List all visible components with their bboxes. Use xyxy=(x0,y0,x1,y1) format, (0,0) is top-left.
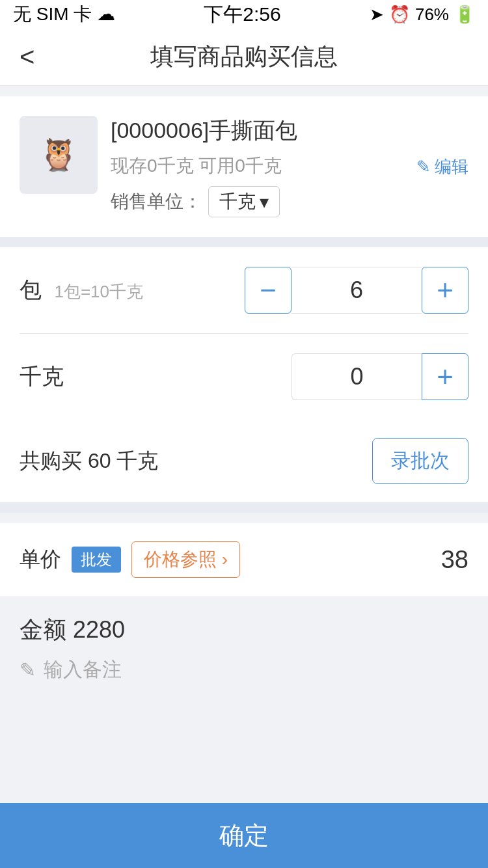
page-title: 填写商品购买信息 xyxy=(150,41,338,73)
price-tag: 批发 xyxy=(72,547,121,573)
quantity-label-bao: 包 1包=10千克 xyxy=(20,275,245,305)
product-thumbnail: 🦉 xyxy=(39,137,78,173)
section-divider-2 xyxy=(0,502,488,513)
amount-label: 金额 2280 xyxy=(20,616,125,643)
battery-icon: 🔋 xyxy=(454,5,475,25)
quantity-controls-kg: + xyxy=(291,353,468,400)
price-label: 单价 xyxy=(20,545,61,574)
edit-icon: ✎ xyxy=(416,157,431,177)
section-divider-1 xyxy=(0,237,488,247)
quantity-controls-bao: − + xyxy=(245,267,468,314)
location-icon: ➤ xyxy=(370,5,384,25)
total-section: 共购买 60 千克 录批次 xyxy=(0,420,488,502)
price-ref-button[interactable]: 价格参照 › xyxy=(131,541,240,578)
price-value: 38 xyxy=(441,546,468,574)
total-text: 共购买 60 千克 xyxy=(20,447,158,476)
quantity-row-kg: 千克 + xyxy=(20,334,468,420)
quantity-section: 包 1包=10千克 − + 千克 + xyxy=(0,247,488,420)
amount-section: 金额 2280 ✎ 输入备注 xyxy=(0,596,488,694)
alarm-icon: ⏰ xyxy=(389,5,410,25)
amount-row: 金额 2280 xyxy=(20,614,468,646)
batch-button[interactable]: 录批次 xyxy=(372,438,468,484)
confirm-button[interactable]: 确定 xyxy=(0,803,488,868)
sim-status: 无 SIM 卡 ☁ xyxy=(13,2,115,27)
increment-kg-button[interactable]: + xyxy=(422,353,468,400)
product-unit-row: 销售单位： 千克 ▾ xyxy=(111,186,297,217)
price-section: 单价 批发 价格参照 › 38 xyxy=(0,523,488,596)
decrement-bao-button[interactable]: − xyxy=(245,267,291,314)
status-right: ➤ ⏰ 76% 🔋 xyxy=(370,5,475,25)
chevron-down-icon: ▾ xyxy=(260,191,269,213)
product-name: [0000006]手撕面包 xyxy=(111,116,297,146)
nav-bar: < 填写商品购买信息 xyxy=(0,29,488,86)
quantity-label-kg: 千克 xyxy=(20,362,291,392)
pencil-icon: ✎ xyxy=(20,658,36,681)
status-bar: 无 SIM 卡 ☁ 下午2:56 ➤ ⏰ 76% 🔋 xyxy=(0,0,488,29)
product-card: 🦉 [0000006]手撕面包 现存0千克 可用0千克 销售单位： 千克 ▾ ✎… xyxy=(0,96,488,237)
quantity-row-bao: 包 1包=10千克 − + xyxy=(20,247,468,334)
product-info: [0000006]手撕面包 现存0千克 可用0千克 销售单位： 千克 ▾ ✎ 编… xyxy=(111,116,468,217)
battery-level: 76% xyxy=(415,5,449,25)
note-placeholder: 输入备注 xyxy=(44,657,122,683)
back-button[interactable]: < xyxy=(20,42,34,72)
quantity-hint-bao: 1包=10千克 xyxy=(54,282,143,301)
note-row[interactable]: ✎ 输入备注 xyxy=(20,657,468,683)
increment-bao-button[interactable]: + xyxy=(422,267,468,314)
status-time: 下午2:56 xyxy=(204,1,280,28)
unit-label: 销售单位： xyxy=(111,189,202,214)
edit-button[interactable]: ✎ 编辑 xyxy=(416,116,468,217)
product-stock: 现存0千克 可用0千克 xyxy=(111,154,297,178)
status-left: 无 SIM 卡 ☁ xyxy=(13,2,115,27)
quantity-kg-input[interactable] xyxy=(291,353,422,400)
quantity-bao-input[interactable] xyxy=(291,267,422,314)
product-image: 🦉 xyxy=(20,116,98,194)
unit-select[interactable]: 千克 ▾ xyxy=(208,186,280,217)
